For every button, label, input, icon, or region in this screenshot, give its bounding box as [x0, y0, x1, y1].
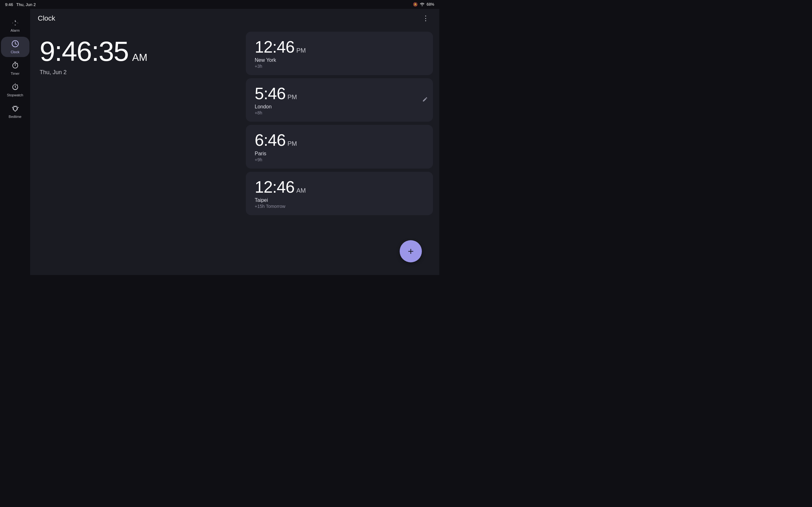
sidebar-item-clock[interactable]: Clock: [1, 37, 30, 57]
sidebar-item-alarm[interactable]: Alarm: [1, 15, 30, 36]
page-title: Clock: [38, 14, 55, 22]
bedtime-icon: [11, 105, 19, 113]
sidebar-item-clock-label: Clock: [11, 50, 20, 54]
local-time-display: 9:46:35 AM: [40, 38, 230, 65]
world-clock-london: 5:46 PM London +8h: [246, 78, 433, 122]
status-bar: 9:46 Thu, Jun 2 🔕 68%: [0, 0, 439, 9]
timer-icon: [11, 61, 19, 70]
world-clock-taipei: 12:46 AM Taipei +15h Tomorrow: [246, 172, 433, 215]
battery-indicator: 68%: [426, 2, 434, 7]
status-bar-left: 9:46 Thu, Jun 2: [5, 2, 36, 7]
new-york-ampm: PM: [296, 47, 306, 54]
new-york-time: 12:46: [255, 38, 294, 56]
paris-ampm: PM: [287, 140, 297, 147]
content-area: 9:46:35 AM Thu, Jun 2 12:46 PM New York …: [30, 28, 439, 275]
new-york-city: New York: [255, 57, 424, 63]
sidebar-item-alarm-label: Alarm: [10, 29, 20, 32]
svg-rect-3: [14, 111, 16, 112]
clock-icon: [11, 40, 19, 49]
status-bar-right: 🔕 68%: [413, 2, 434, 7]
taipei-offset: +15h Tomorrow: [255, 204, 424, 209]
alarm-icon: [11, 18, 19, 27]
add-icon: +: [408, 245, 414, 257]
local-time-main: 9:46:35: [40, 38, 129, 65]
status-date: Thu, Jun 2: [16, 2, 36, 7]
london-time: 5:46: [255, 84, 286, 103]
taipei-ampm: AM: [296, 187, 306, 194]
add-world-clock-button[interactable]: +: [400, 240, 422, 262]
world-clock-paris: 6:46 PM Paris +9h: [246, 125, 433, 168]
mute-icon: 🔕: [413, 2, 418, 7]
overflow-menu-button[interactable]: ⋮: [420, 12, 432, 25]
sidebar: Alarm Clock Timer Stopwatch: [0, 9, 30, 275]
wifi-icon: [420, 2, 425, 7]
sidebar-item-bedtime[interactable]: Bedtime: [1, 101, 30, 122]
sidebar-item-stopwatch-label: Stopwatch: [7, 93, 23, 97]
taipei-city: Taipei: [255, 198, 424, 203]
london-ampm: PM: [287, 94, 297, 101]
local-date: Thu, Jun 2: [40, 69, 230, 76]
taipei-time: 12:46: [255, 178, 294, 196]
paris-offset: +9h: [255, 157, 424, 162]
status-time: 9:46: [5, 2, 13, 7]
world-clocks-panel: 12:46 PM New York +3h 5:46 PM London +8h: [243, 28, 439, 275]
world-clock-new-york: 12:46 PM New York +3h: [246, 32, 433, 75]
sidebar-item-timer-label: Timer: [11, 72, 20, 75]
sidebar-item-stopwatch[interactable]: Stopwatch: [1, 80, 30, 100]
svg-rect-2: [14, 111, 16, 111]
sidebar-item-bedtime-label: Bedtime: [9, 115, 21, 118]
local-time-ampm: AM: [132, 52, 148, 63]
london-city: London: [255, 104, 424, 110]
paris-city: Paris: [255, 151, 424, 157]
edit-london-button[interactable]: [422, 96, 428, 104]
paris-time: 6:46: [255, 131, 286, 149]
header: Clock ⋮: [30, 9, 439, 28]
stopwatch-icon: [11, 83, 19, 92]
new-york-offset: +3h: [255, 64, 424, 69]
app-container: Clock ⋮ 9:46:35 AM Thu, Jun 2 12:46 PM N…: [30, 9, 439, 275]
london-offset: +8h: [255, 110, 424, 115]
sidebar-item-timer[interactable]: Timer: [1, 58, 30, 78]
local-time-panel: 9:46:35 AM Thu, Jun 2: [30, 28, 243, 275]
